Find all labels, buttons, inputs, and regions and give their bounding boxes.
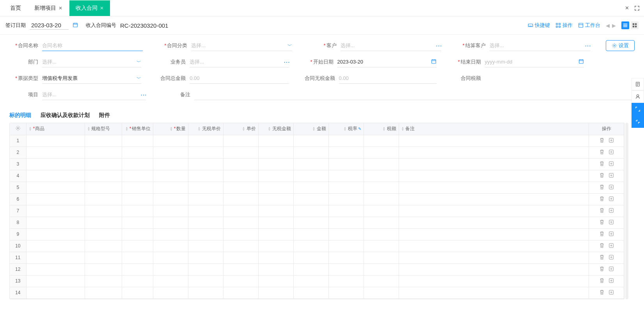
- gear-header[interactable]: [10, 123, 26, 135]
- add-row-icon[interactable]: [609, 208, 614, 214]
- sort-icon[interactable]: ▲▼: [87, 127, 90, 131]
- shortcut-link[interactable]: 快捷键: [528, 22, 550, 29]
- add-row-icon[interactable]: [609, 149, 614, 156]
- table-row[interactable]: 6: [10, 193, 624, 205]
- table-row[interactable]: 3: [10, 158, 624, 170]
- table-row[interactable]: 10: [10, 240, 624, 252]
- start-date-input[interactable]: 2023-03-20: [337, 57, 436, 67]
- add-row-icon[interactable]: [609, 161, 614, 168]
- sort-icon[interactable]: ▲▼: [198, 127, 201, 131]
- delete-row-icon[interactable]: [599, 243, 605, 249]
- add-row-icon[interactable]: [609, 138, 614, 144]
- delete-row-icon[interactable]: [599, 208, 605, 214]
- delete-row-icon[interactable]: [599, 138, 605, 144]
- col-amount[interactable]: ▲▼金额: [293, 123, 328, 135]
- add-row-icon[interactable]: [609, 184, 614, 191]
- delete-row-icon[interactable]: [599, 161, 605, 168]
- side-person-icon[interactable]: [632, 90, 644, 103]
- delete-row-icon[interactable]: [599, 184, 605, 191]
- table-row[interactable]: 11: [10, 252, 624, 263]
- delete-row-icon[interactable]: [599, 290, 605, 296]
- project-select[interactable]: 选择...⋯: [42, 89, 146, 100]
- col-qty[interactable]: ▲▼*数量: [153, 123, 188, 135]
- add-row-icon[interactable]: [609, 219, 614, 226]
- sort-icon[interactable]: ▲▼: [268, 127, 271, 131]
- add-row-icon[interactable]: [609, 231, 614, 238]
- table-row[interactable]: 7: [10, 205, 624, 217]
- table-row[interactable]: 12: [10, 263, 624, 275]
- tab-receivable-plan[interactable]: 应收确认及收款计划: [41, 112, 90, 119]
- sort-icon[interactable]: ▲▼: [29, 127, 32, 131]
- delete-row-icon[interactable]: [599, 254, 605, 261]
- add-row-icon[interactable]: [609, 266, 614, 273]
- operation-link[interactable]: 操作: [555, 22, 573, 29]
- excl-tax-amount-input[interactable]: [339, 73, 436, 84]
- edit-icon[interactable]: ✎: [358, 127, 361, 131]
- table-row[interactable]: 2: [10, 147, 624, 158]
- salesperson-select[interactable]: 选择...⋯: [190, 57, 289, 67]
- sort-icon[interactable]: ▲▼: [383, 127, 386, 131]
- col-tax[interactable]: ▲▼税额: [364, 123, 399, 135]
- table-row[interactable]: 9: [10, 228, 624, 240]
- close-icon[interactable]: ✕: [100, 5, 104, 11]
- settings-button[interactable]: 设置: [606, 40, 635, 51]
- col-price[interactable]: ▲▼单价: [223, 123, 258, 135]
- sort-icon[interactable]: ▲▼: [125, 127, 128, 131]
- col-excl-tax-price[interactable]: ▲▼无税单价: [188, 123, 223, 135]
- view-grid-icon[interactable]: [631, 21, 639, 29]
- side-note-icon[interactable]: [632, 78, 644, 90]
- department-select[interactable]: 选择...﹀: [42, 57, 141, 67]
- more-icon[interactable]: ⋯: [585, 42, 590, 49]
- add-row-icon[interactable]: [609, 173, 614, 179]
- invoice-type-select[interactable]: 增值税专用发票﹀: [42, 73, 141, 84]
- add-row-icon[interactable]: [609, 278, 614, 284]
- more-icon[interactable]: ⋯: [436, 42, 441, 49]
- delete-row-icon[interactable]: [599, 196, 605, 203]
- sort-icon[interactable]: ▲▼: [344, 127, 347, 131]
- more-icon[interactable]: ⋯: [284, 58, 289, 65]
- total-amount-input[interactable]: [190, 73, 289, 84]
- add-row-icon[interactable]: [609, 254, 614, 261]
- settlement-customer-select[interactable]: 选择...⋯: [490, 40, 590, 51]
- chevron-down-icon[interactable]: ﹀: [137, 58, 141, 65]
- col-unit[interactable]: ▲▼*销售单位: [122, 123, 153, 135]
- table-row[interactable]: 5: [10, 182, 624, 193]
- tab-income-contract[interactable]: 收入合同✕: [69, 0, 110, 16]
- scrollbar[interactable]: [625, 123, 628, 299]
- table-row[interactable]: 4: [10, 170, 624, 182]
- chevron-down-icon[interactable]: ﹀: [137, 75, 141, 81]
- side-collapse-icon[interactable]: [632, 115, 644, 128]
- table-row[interactable]: 8: [10, 217, 624, 228]
- side-expand-icon[interactable]: [632, 103, 644, 115]
- more-icon[interactable]: ⋯: [140, 91, 146, 98]
- contract-name-input[interactable]: [42, 40, 143, 51]
- end-date-input[interactable]: yyyy-mm-dd: [485, 57, 584, 67]
- customer-select[interactable]: 选择...⋯: [341, 40, 441, 51]
- tab-subject-detail[interactable]: 标的明细: [9, 112, 31, 119]
- contract-category-select[interactable]: 选择...﹀: [191, 40, 292, 51]
- calendar-icon[interactable]: [578, 58, 584, 65]
- add-row-icon[interactable]: [609, 196, 614, 203]
- sign-date-value[interactable]: 2023-03-20: [30, 21, 69, 30]
- table-row[interactable]: 13: [10, 275, 624, 287]
- calendar-icon[interactable]: [73, 22, 78, 29]
- next-record-icon[interactable]: ▶: [612, 23, 616, 28]
- tab-home[interactable]: 首页: [4, 0, 27, 16]
- delete-row-icon[interactable]: [599, 219, 605, 226]
- prev-record-icon[interactable]: ◀: [606, 23, 610, 28]
- close-icon[interactable]: ✕: [59, 5, 62, 11]
- col-remark[interactable]: ▲▼备注: [399, 123, 589, 135]
- delete-row-icon[interactable]: [599, 231, 605, 238]
- tab-new-project[interactable]: 新增项目✕: [28, 0, 69, 16]
- col-product[interactable]: ▲▼*商品: [26, 123, 85, 135]
- sort-icon[interactable]: ▲▼: [312, 127, 316, 131]
- sort-icon[interactable]: ▲▼: [242, 127, 245, 131]
- add-row-icon[interactable]: [609, 290, 614, 296]
- workbench-link[interactable]: 工作台: [578, 22, 600, 29]
- delete-row-icon[interactable]: [599, 266, 605, 273]
- add-row-icon[interactable]: [609, 243, 614, 249]
- chevron-down-icon[interactable]: ﹀: [287, 42, 292, 49]
- sort-icon[interactable]: ▲▼: [401, 127, 404, 131]
- sort-icon[interactable]: ▲▼: [170, 127, 173, 131]
- table-row[interactable]: 1: [10, 135, 624, 147]
